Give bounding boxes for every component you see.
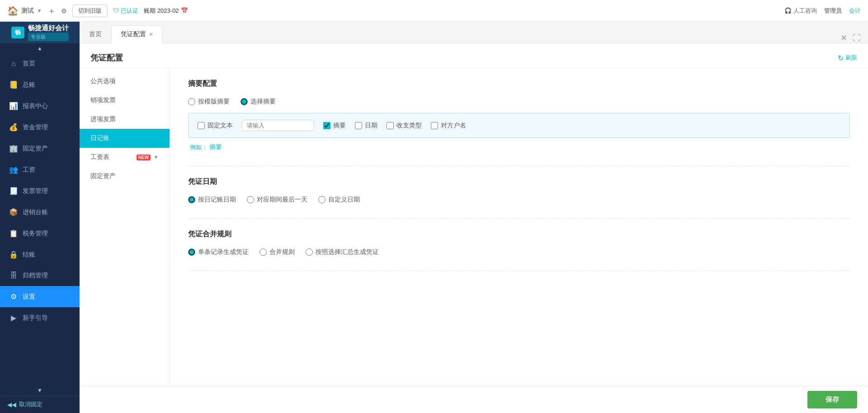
radio-custom-date-input[interactable] xyxy=(318,196,326,203)
radio-merge-rule-input[interactable] xyxy=(259,249,267,256)
summary-example: 例如： 摘要 xyxy=(188,143,850,151)
pin-icon: ◀◀ xyxy=(7,401,16,408)
sidebar-item-ledger[interactable]: 📒 总账 xyxy=(0,74,80,95)
tax-icon: 📋 xyxy=(9,229,18,238)
asset-icon: 🏢 xyxy=(9,144,18,153)
checkbox-fixed-text[interactable]: 固定文本 xyxy=(198,122,233,130)
role-label[interactable]: 会计 xyxy=(849,7,861,15)
home-icon xyxy=(9,60,18,68)
left-nav-item-sales-invoice[interactable]: 销项发票 xyxy=(80,91,170,110)
radio-single-record[interactable]: 单条记录生成凭证 xyxy=(188,248,249,256)
page-title: 凭证配置 xyxy=(90,52,123,63)
shield-icon: 🛡 xyxy=(113,7,119,14)
radio-select-merge-input[interactable] xyxy=(306,249,313,256)
radio-template-summary-input[interactable] xyxy=(188,98,195,105)
period-display: 账期 2023-02 📅 xyxy=(144,7,188,15)
radio-select-summary[interactable]: 选择摘要 xyxy=(241,98,276,106)
radio-journal-date[interactable]: 按日记账日期 xyxy=(188,196,236,204)
sidebar-item-label: 资金管理 xyxy=(23,123,48,131)
radio-select-merge[interactable]: 按照选择汇总生成凭证 xyxy=(306,248,379,256)
right-content: 摘要配置 按模版摘要 选择摘要 xyxy=(170,68,868,386)
tab-voucher-config[interactable]: 凭证配置 ✕ xyxy=(111,25,163,43)
checkbox-income-type-input[interactable] xyxy=(387,122,394,129)
section-summary-config: 摘要配置 按模版摘要 选择摘要 xyxy=(188,79,850,151)
sidebar-toggle-pin[interactable]: ◀◀ 取消固定 xyxy=(0,395,80,413)
sidebar-item-report[interactable]: 📊 报表中心 xyxy=(0,95,80,117)
topbar: 🏠 测试 ▼ ＋ ⚙ 切到旧版 🛡 已认证 账期 2023-02 📅 🎧 人工咨… xyxy=(0,0,868,22)
sidebar-item-wage[interactable]: 👥 工资 xyxy=(0,159,80,180)
tabbar-close-icon[interactable]: ✕ xyxy=(840,33,847,43)
sidebar-item-tax[interactable]: 📋 税务管理 xyxy=(0,223,80,244)
sidebar-item-home[interactable]: 首页 xyxy=(0,53,80,74)
new-badge: NEW xyxy=(137,155,151,160)
topbar-right: 🎧 人工咨询 管理员 会计 xyxy=(784,7,861,15)
sidebar-item-guide[interactable]: ▶ 新手引导 xyxy=(0,307,80,329)
refresh-icon: ↻ xyxy=(838,54,844,62)
page-header: 凭证配置 ↻ 刷新 xyxy=(80,43,868,68)
left-nav-item-fixed-asset[interactable]: 固定资产 xyxy=(80,167,170,186)
sidebar-item-archive[interactable]: 🗄 归档管理 xyxy=(0,265,80,286)
radio-template-summary[interactable]: 按模版摘要 xyxy=(188,98,230,106)
checkbox-date-input[interactable] xyxy=(355,122,362,129)
tab-home-label: 首页 xyxy=(89,30,102,38)
radio-period-last-day[interactable]: 对应期间最后一天 xyxy=(247,196,307,204)
radio-merge-rule[interactable]: 合并规则 xyxy=(259,248,295,256)
merge-rule-radio-group: 单条记录生成凭证 合并规则 按照选择汇总生成凭证 xyxy=(188,248,850,256)
sidebar-item-label: 工资 xyxy=(23,166,35,174)
radio-journal-date-input[interactable] xyxy=(188,196,195,203)
radio-select-summary-input[interactable] xyxy=(241,98,248,105)
checkbox-income-type[interactable]: 收支类型 xyxy=(387,122,422,130)
refresh-button[interactable]: ↻ 刷新 xyxy=(838,54,857,62)
switch-old-version-button[interactable]: 切到旧版 xyxy=(72,5,108,17)
checkbox-counterparty-input[interactable] xyxy=(431,122,438,129)
checkbox-fixed-text-input[interactable] xyxy=(198,122,205,129)
invoice-icon: 🧾 xyxy=(9,187,18,195)
add-company-button[interactable]: ＋ xyxy=(47,5,56,16)
sidebar-item-trade[interactable]: 📦 进销台账 xyxy=(0,202,80,223)
left-nav-item-journal[interactable]: 日记账 xyxy=(80,129,170,148)
left-nav-item-wage-table[interactable]: 工资表 NEW ▼ xyxy=(80,148,170,167)
radio-single-record-input[interactable] xyxy=(188,249,195,256)
left-nav-item-public[interactable]: 公共选项 xyxy=(80,72,170,91)
sidebar-scroll-down[interactable]: ▼ xyxy=(0,385,80,395)
sidebar-item-invoice[interactable]: 🧾 发票管理 xyxy=(0,180,80,202)
company-dropdown-icon: ▼ xyxy=(37,8,42,14)
fixed-text-input[interactable] xyxy=(242,120,314,131)
wage-icon: 👥 xyxy=(9,165,18,174)
report-icon: 📊 xyxy=(9,102,18,110)
sidebar-item-cash[interactable]: 💰 资金管理 xyxy=(0,117,80,138)
company-selector[interactable]: 🏠 测试 ▼ xyxy=(7,5,42,16)
voucher-date-radio-group: 按日记账日期 对应期间最后一天 自定义日期 xyxy=(188,196,850,204)
voucher-date-title: 凭证日期 xyxy=(188,177,850,187)
checkbox-summary-input[interactable] xyxy=(323,122,330,129)
tabbar-expand-icon[interactable]: ⛶ xyxy=(853,33,861,43)
calendar-icon[interactable]: 📅 xyxy=(181,7,188,14)
left-nav-item-purchase-invoice[interactable]: 进项发票 xyxy=(80,110,170,129)
radio-period-last-day-input[interactable] xyxy=(247,196,254,203)
sidebar-nav: 首页 📒 总账 📊 报表中心 💰 资金管理 🏢 固定资产 👥 工资 xyxy=(0,53,80,385)
checkbox-counterparty[interactable]: 对方户名 xyxy=(431,122,466,130)
tabbar: 首页 凭证配置 ✕ ✕ ⛶ xyxy=(80,22,868,43)
left-nav: 公共选项 销项发票 进项发票 日记账 工资表 NEW xyxy=(80,68,170,386)
radio-custom-date[interactable]: 自定义日期 xyxy=(318,196,360,204)
topbar-settings-icon[interactable]: ⚙ xyxy=(61,7,67,14)
checkbox-date[interactable]: 日期 xyxy=(355,122,377,130)
sidebar-item-settings[interactable]: ⚙ 设置 xyxy=(0,286,80,307)
save-button[interactable]: 保存 xyxy=(807,391,857,408)
sidebar-item-label: 进销台账 xyxy=(23,208,48,216)
main-layout: 畅 畅捷通好会计 专业版 ▲ 首页 📒 总账 📊 报表中心 💰 xyxy=(0,22,868,413)
sidebar-item-label: 总账 xyxy=(23,81,35,89)
tab-home[interactable]: 首页 xyxy=(80,25,111,43)
sidebar-item-asset[interactable]: 🏢 固定资产 xyxy=(0,138,80,159)
sidebar-item-label: 税务管理 xyxy=(23,230,48,238)
close-account-icon: 🔒 xyxy=(9,250,18,259)
trade-icon: 📦 xyxy=(9,208,18,216)
consult-button[interactable]: 🎧 人工咨询 xyxy=(784,7,817,15)
sidebar-scroll-up[interactable]: ▲ xyxy=(0,43,80,53)
tab-voucher-config-close[interactable]: ✕ xyxy=(149,31,153,38)
archive-icon: 🗄 xyxy=(9,272,18,280)
checkbox-summary[interactable]: 摘要 xyxy=(323,122,346,130)
guide-icon: ▶ xyxy=(9,314,18,322)
sidebar-item-close[interactable]: 🔒 结账 xyxy=(0,244,80,265)
admin-label[interactable]: 管理员 xyxy=(824,7,842,15)
